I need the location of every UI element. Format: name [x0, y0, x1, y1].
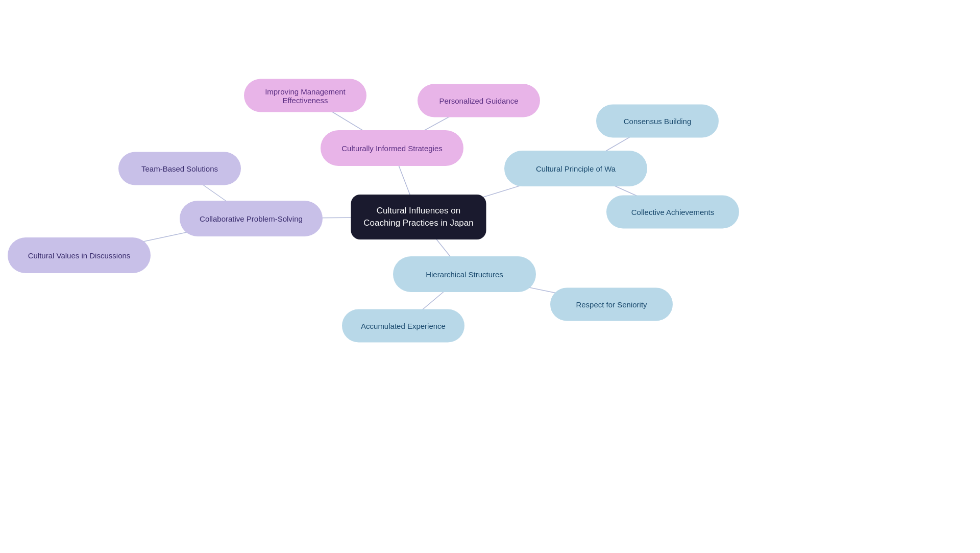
collaborative-label: Collaborative Problem-Solving	[200, 214, 303, 223]
accumulated-label: Accumulated Experience	[361, 322, 446, 330]
consensus-label: Consensus Building	[624, 117, 692, 126]
cultural-values-label: Cultural Values in Discussions	[28, 251, 131, 260]
cultural-wa-label: Cultural Principle of Wa	[536, 164, 616, 173]
respect-label: Respect for Seniority	[576, 300, 647, 309]
center-node: Cultural Influences on Coaching Practice…	[351, 195, 486, 239]
culturally-informed-node: Culturally Informed Strategies	[321, 130, 463, 166]
consensus-node: Consensus Building	[596, 105, 719, 138]
respect-seniority-node: Respect for Seniority	[550, 288, 673, 321]
team-based-node: Team-Based Solutions	[118, 152, 241, 185]
accumulated-node: Accumulated Experience	[342, 309, 464, 343]
hierarchical-node: Hierarchical Structures	[393, 256, 536, 292]
improving-mgmt-label: Improving Management Effectiveness	[252, 87, 358, 104]
cultural-values-node: Cultural Values in Discussions	[8, 237, 151, 273]
personalized-guidance-node: Personalized Guidance	[418, 84, 540, 117]
cultural-wa-node: Cultural Principle of Wa	[504, 151, 647, 186]
collective-node: Collective Achievements	[606, 196, 739, 229]
collaborative-node: Collaborative Problem-Solving	[180, 201, 323, 236]
center-label: Cultural Influences on Coaching Practice…	[363, 205, 473, 229]
culturally-informed-label: Culturally Informed Strategies	[341, 144, 443, 153]
collective-label: Collective Achievements	[631, 208, 715, 217]
team-based-label: Team-Based Solutions	[141, 164, 218, 173]
improving-mgmt-node: Improving Management Effectiveness	[244, 79, 366, 112]
personalized-label: Personalized Guidance	[439, 97, 518, 105]
hierarchical-label: Hierarchical Structures	[426, 270, 503, 279]
